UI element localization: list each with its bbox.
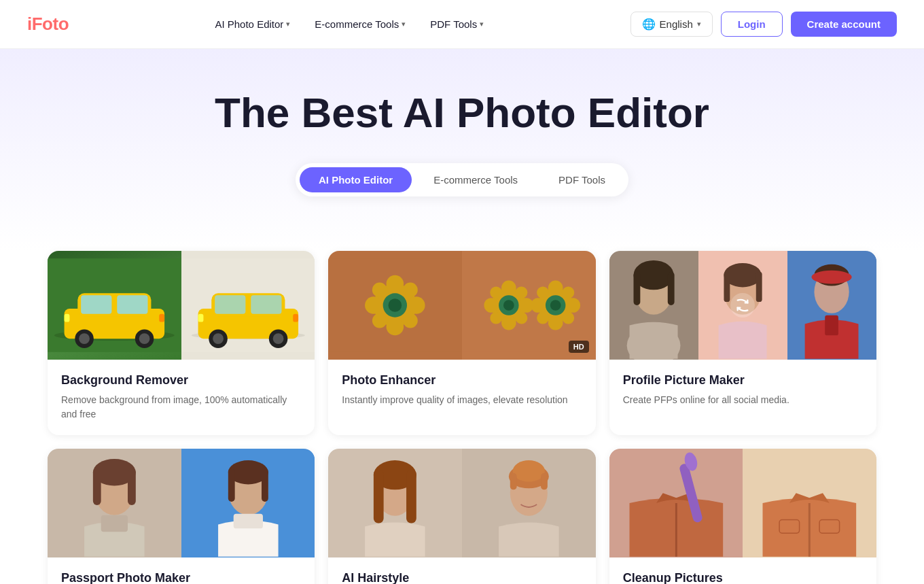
svg-point-33	[403, 313, 418, 328]
cleanup-right-svg	[743, 449, 876, 557]
chevron-down-icon: ▾	[697, 20, 701, 29]
svg-point-55	[537, 312, 549, 324]
passport-left-svg	[48, 449, 181, 557]
svg-point-28	[365, 296, 383, 314]
svg-point-45	[516, 312, 528, 324]
card-photo-enhancer-title: Photo Enhancer	[342, 373, 582, 388]
svg-rect-78	[93, 468, 101, 505]
svg-rect-96	[510, 473, 517, 490]
card-passport-photo-maker-content: Passport Photo Maker Create passport pho…	[48, 557, 315, 584]
svg-point-74	[811, 271, 851, 284]
svg-point-40	[484, 298, 499, 313]
main-nav: AI Photo Editor ▾ E-commerce Tools ▾ PDF…	[205, 13, 493, 35]
logo-text: iFoto	[27, 14, 69, 34]
svg-rect-16	[215, 295, 245, 314]
svg-point-50	[548, 315, 563, 330]
svg-rect-68	[724, 272, 730, 302]
nav-pdf-tools-label: PDF Tools	[430, 18, 477, 30]
svg-point-54	[563, 287, 575, 299]
language-selector[interactable]: 🌐 English ▾	[630, 12, 713, 37]
card-photo-enhancer[interactable]: HD Photo Enhancer Instantly improve qual…	[328, 251, 595, 435]
card-ai-hairstyle-title: AI Hairstyle	[342, 571, 582, 584]
svg-rect-5	[117, 295, 147, 314]
svg-point-51	[531, 298, 546, 313]
nav-pdf-tools[interactable]: PDF Tools ▾	[421, 13, 493, 35]
tab-ai-photo-editor-label: AI Photo Editor	[319, 174, 393, 186]
cards-section: Background Remover Remove background fro…	[0, 251, 924, 584]
tab-ai-photo-editor[interactable]: AI Photo Editor	[300, 167, 412, 192]
card-passport-photo-maker-title: Passport Photo Maker	[61, 571, 301, 584]
nav-ai-photo-editor[interactable]: AI Photo Editor ▾	[205, 13, 300, 35]
svg-point-21	[272, 333, 283, 344]
card-profile-picture-maker-content: Profile Picture Maker Create PFPs online…	[609, 360, 876, 421]
card-profile-picture-maker[interactable]: Profile Picture Maker Create PFPs online…	[609, 251, 876, 435]
profile-left-svg	[609, 251, 698, 360]
card-cleanup-pictures-image	[609, 449, 876, 557]
tab-ecommerce-tools[interactable]: E-commerce Tools	[414, 167, 537, 192]
svg-point-31	[403, 283, 418, 298]
profile-right-svg	[787, 251, 876, 360]
hairstyle-right-svg	[462, 449, 596, 557]
tabs-container: AI Photo Editor E-commerce Tools PDF Too…	[27, 163, 897, 196]
svg-rect-22	[198, 314, 203, 322]
card-photo-enhancer-desc: Instantly improve quality of images, ele…	[342, 393, 582, 407]
card-passport-photo-maker-image	[48, 449, 315, 557]
svg-point-43	[516, 287, 528, 299]
passport-right-svg	[181, 449, 315, 557]
card-background-remover-content: Background Remover Remove background fro…	[48, 360, 315, 435]
tab-ecommerce-tools-label: E-commerce Tools	[433, 174, 518, 186]
hd-badge: HD	[569, 341, 589, 353]
svg-rect-90	[374, 470, 384, 523]
svg-rect-97	[541, 473, 548, 490]
chevron-down-icon: ▾	[402, 20, 406, 29]
svg-rect-91	[406, 470, 416, 523]
nav-ecommerce-tools[interactable]: E-commerce Tools ▾	[305, 13, 415, 35]
create-account-button[interactable]: Create account	[791, 12, 897, 37]
jewelry-left-svg	[328, 251, 462, 360]
chevron-down-icon: ▾	[286, 20, 290, 29]
svg-point-52	[565, 298, 580, 313]
svg-point-42	[490, 287, 502, 299]
svg-point-32	[372, 313, 387, 328]
card-background-remover-title: Background Remover	[61, 373, 301, 388]
svg-point-30	[372, 283, 387, 298]
globe-icon: 🌐	[642, 18, 656, 31]
logo[interactable]: iFoto	[27, 14, 69, 35]
card-background-remover[interactable]: Background Remover Remove background fro…	[48, 251, 315, 435]
svg-point-38	[501, 281, 516, 296]
card-ai-hairstyle-content: AI Hairstyle Try new hairstyles virtuall…	[328, 557, 595, 584]
svg-point-44	[490, 312, 502, 324]
svg-point-95	[513, 460, 545, 481]
card-passport-photo-maker[interactable]: Passport Photo Maker Create passport pho…	[48, 449, 315, 584]
svg-rect-62	[633, 272, 640, 305]
hairstyle-left-svg	[328, 449, 462, 557]
svg-point-29	[408, 296, 425, 314]
card-ai-hairstyle[interactable]: AI Hairstyle Try new hairstyles virtuall…	[328, 449, 595, 584]
login-button[interactable]: Login	[721, 12, 783, 37]
svg-point-27	[387, 318, 404, 336]
cleanup-left-svg	[609, 449, 743, 557]
svg-point-56	[563, 312, 575, 324]
card-photo-enhancer-image: HD	[328, 251, 595, 360]
svg-rect-80	[101, 515, 128, 532]
svg-rect-73	[825, 315, 838, 336]
svg-rect-23	[293, 314, 298, 322]
svg-rect-63	[667, 272, 674, 305]
svg-rect-69	[756, 272, 762, 302]
car-left-svg	[48, 251, 181, 360]
svg-point-7	[79, 333, 90, 344]
svg-rect-4	[81, 295, 111, 314]
svg-rect-79	[128, 468, 136, 505]
language-label: English	[660, 18, 693, 30]
card-background-remover-image	[48, 251, 315, 360]
tab-pdf-tools[interactable]: PDF Tools	[539, 167, 624, 192]
card-cleanup-pictures[interactable]: Cleanup Pictures Remove unwanted objects…	[609, 449, 876, 584]
category-tabs: AI Photo Editor E-commerce Tools PDF Too…	[296, 163, 628, 196]
card-profile-picture-maker-title: Profile Picture Maker	[623, 373, 863, 388]
svg-rect-11	[159, 314, 164, 322]
svg-point-35	[389, 298, 402, 312]
refresh-icon	[730, 293, 755, 317]
tab-pdf-tools-label: PDF Tools	[558, 174, 605, 186]
svg-point-53	[537, 287, 549, 299]
svg-rect-85	[262, 468, 268, 502]
